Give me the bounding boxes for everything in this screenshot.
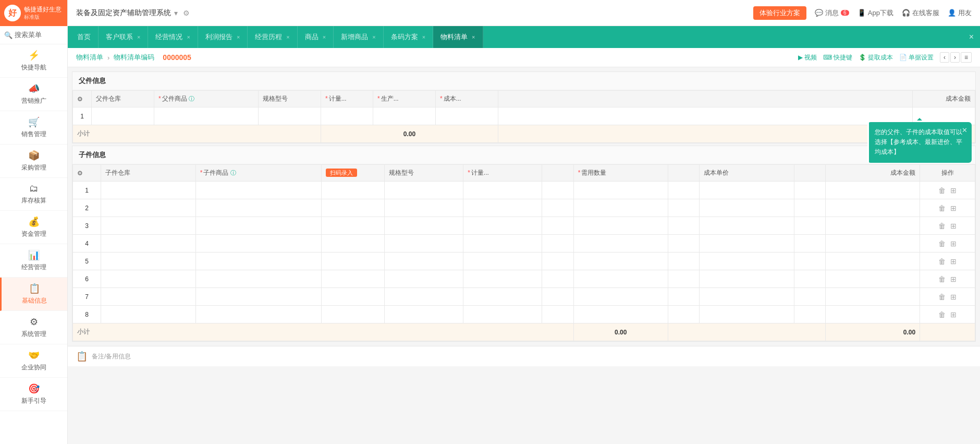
scan-button[interactable]: 扫码录入 — [326, 169, 357, 177]
close-barcode-tab[interactable]: × — [422, 34, 425, 40]
prev-page-button[interactable]: ‹ — [940, 52, 949, 63]
child-unit-5[interactable] — [463, 270, 542, 288]
message-action[interactable]: 💬 消息 6 — [815, 8, 849, 18]
child-warehouse-5[interactable] — [101, 270, 195, 288]
close-all-tabs-button[interactable]: × — [965, 32, 978, 42]
parent-warehouse-cell[interactable] — [92, 107, 154, 125]
delete-icon-4[interactable]: 🗑 — [938, 257, 946, 266]
child-spec-6[interactable] — [385, 288, 463, 306]
child-unit-1[interactable] — [463, 199, 542, 217]
child-warehouse-0[interactable] — [101, 182, 195, 199]
user-action[interactable]: 👤 用友 — [948, 8, 972, 18]
delete-icon-5[interactable]: 🗑 — [938, 275, 946, 283]
sidebar-item-nav[interactable]: ⚡ 快捷导航 — [0, 44, 67, 78]
child-qty-1[interactable] — [573, 199, 668, 217]
parent-cost-cell[interactable] — [436, 107, 498, 125]
child-unit-cost-3[interactable] — [700, 235, 794, 253]
copy-icon-5[interactable]: ⊞ — [950, 275, 957, 283]
search-menu-item[interactable]: 🔍 搜索菜单 — [0, 26, 67, 44]
next-page-button[interactable]: › — [950, 52, 960, 63]
close-profit-tab[interactable]: × — [237, 34, 240, 40]
child-qty-7[interactable] — [573, 306, 668, 323]
sidebar-item-system[interactable]: ⚙ 系统管理 — [0, 311, 67, 344]
copy-icon-3[interactable]: ⊞ — [950, 239, 957, 248]
settings-icon[interactable]: ⚙ — [183, 9, 190, 17]
close-customer-tab[interactable]: × — [137, 34, 140, 40]
child-goods-7[interactable] — [195, 306, 322, 323]
child-unit-cost-0[interactable] — [700, 182, 794, 199]
tab-customer[interactable]: 客户联系 × — [99, 26, 148, 48]
close-new-goods-tab[interactable]: × — [372, 34, 375, 40]
copy-icon-2[interactable]: ⊞ — [950, 222, 957, 230]
breadcrumb-bom[interactable]: 物料清单 — [76, 53, 103, 62]
child-unit-cost-7[interactable] — [700, 306, 794, 323]
copy-icon-0[interactable]: ⊞ — [950, 186, 957, 195]
gear-icon[interactable]: ⚙ — [77, 95, 83, 103]
child-unit-cost-1[interactable] — [700, 199, 794, 217]
child-unit-3[interactable] — [463, 235, 542, 253]
dropdown-arrow-icon[interactable]: ▾ — [174, 9, 178, 17]
view-action[interactable]: ▶ 视频 — [798, 53, 817, 62]
trial-button[interactable]: 体验行业方案 — [753, 6, 806, 20]
child-unit-2[interactable] — [463, 217, 542, 235]
cost-action[interactable]: 💲 提取成本 — [859, 53, 893, 62]
child-qty-4[interactable] — [573, 253, 668, 270]
child-goods-0[interactable] — [195, 182, 322, 199]
child-spec-4[interactable] — [385, 253, 463, 270]
tab-bom[interactable]: 物料清单 × — [433, 26, 483, 48]
child-gear-icon[interactable]: ⚙ — [77, 170, 83, 177]
sidebar-item-finance[interactable]: 💰 资金管理 — [0, 211, 67, 244]
child-spec-2[interactable] — [385, 217, 463, 235]
copy-icon-4[interactable]: ⊞ — [950, 257, 957, 266]
tab-new-goods[interactable]: 新增商品 × — [334, 26, 383, 48]
sidebar-item-operations[interactable]: 📊 经营管理 — [0, 244, 67, 278]
child-unit-cost-6[interactable] — [700, 288, 794, 306]
child-unit-7[interactable] — [463, 306, 542, 323]
child-warehouse-1[interactable] — [101, 199, 195, 217]
child-unit-4[interactable] — [463, 253, 542, 270]
delete-icon-7[interactable]: 🗑 — [938, 310, 946, 319]
close-operations-tab[interactable]: × — [187, 34, 190, 40]
child-goods-4[interactable] — [195, 253, 322, 270]
tab-barcode[interactable]: 条码方案 × — [384, 26, 433, 48]
tooltip-close-button[interactable]: ✕ — [962, 125, 967, 136]
child-goods-1[interactable] — [195, 199, 322, 217]
child-goods-5[interactable] — [195, 270, 322, 288]
child-unit-6[interactable] — [463, 288, 542, 306]
list-view-button[interactable]: ≡ — [961, 52, 972, 63]
child-unit-0[interactable] — [463, 182, 542, 199]
close-bom-tab[interactable]: × — [472, 34, 475, 40]
sidebar-item-sales[interactable]: 🛒 销售管理 — [0, 111, 67, 145]
copy-icon-7[interactable]: ⊞ — [950, 310, 957, 319]
child-unit-cost-4[interactable] — [700, 253, 794, 270]
child-goods-6[interactable] — [195, 288, 322, 306]
tab-history[interactable]: 经营历程 × — [248, 26, 297, 48]
delete-icon-1[interactable]: 🗑 — [938, 204, 946, 212]
sidebar-item-marketing[interactable]: 📣 营销推广 — [0, 78, 67, 111]
child-qty-6[interactable] — [573, 288, 668, 306]
tab-profit[interactable]: 利润报告 × — [198, 26, 248, 48]
child-spec-1[interactable] — [385, 199, 463, 217]
close-goods-tab[interactable]: × — [323, 34, 326, 40]
settings-action[interactable]: 📄 单据设置 — [899, 53, 934, 62]
child-goods-2[interactable] — [195, 217, 322, 235]
child-spec-7[interactable] — [385, 306, 463, 323]
delete-icon-3[interactable]: 🗑 — [938, 239, 946, 248]
shortcut-action[interactable]: ⌨ 快捷键 — [823, 53, 852, 62]
tab-goods[interactable]: 商品 × — [298, 26, 334, 48]
close-history-tab[interactable]: × — [286, 34, 289, 40]
child-unit-cost-5[interactable] — [700, 270, 794, 288]
app-download-action[interactable]: 📱 App下载 — [858, 8, 893, 18]
sidebar-item-guide[interactable]: 🎯 新手引导 — [0, 378, 67, 411]
parent-produce-cell[interactable] — [373, 107, 436, 125]
tab-home[interactable]: 首页 — [70, 26, 99, 48]
child-spec-3[interactable] — [385, 235, 463, 253]
child-warehouse-7[interactable] — [101, 306, 195, 323]
copy-icon-6[interactable]: ⊞ — [950, 293, 957, 301]
delete-icon-0[interactable]: 🗑 — [938, 186, 946, 195]
child-unit-cost-2[interactable] — [700, 217, 794, 235]
sidebar-item-purchase[interactable]: 📦 采购管理 — [0, 145, 67, 178]
child-warehouse-2[interactable] — [101, 217, 195, 235]
child-warehouse-4[interactable] — [101, 253, 195, 270]
parent-goods-cell[interactable] — [154, 107, 259, 125]
